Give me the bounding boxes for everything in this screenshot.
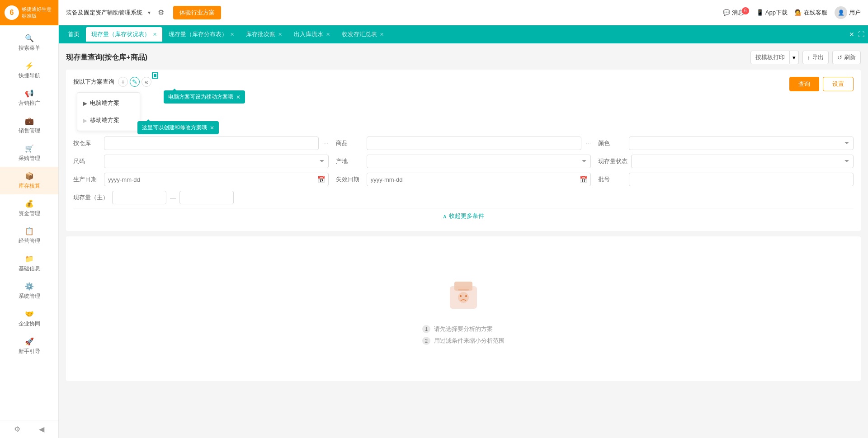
- tab-close-icon[interactable]: ✕: [230, 32, 234, 38]
- sidebar-item-finance[interactable]: 💰 资金管理: [0, 194, 58, 222]
- enterprise-icon: 🤝: [25, 309, 34, 318]
- tab-home[interactable]: 首页: [62, 27, 85, 42]
- user-action[interactable]: 👤 用户: [835, 6, 861, 19]
- edit-scheme-btn[interactable]: ✎: [130, 77, 140, 87]
- page-title: 现存量查询(按仓库+商品): [66, 53, 147, 62]
- sidebar-item-guide[interactable]: 🚀 新手引导: [0, 332, 58, 360]
- scheme-item-mobile[interactable]: ▶ 移动端方案: [77, 113, 140, 128]
- form-grid: 按仓库 ··· 商品 ··· 颜色 尺码: [73, 137, 854, 186]
- empty-tip-2: 2 用过滤条件来缩小分析范围: [422, 337, 505, 345]
- tab-stock-batch[interactable]: 库存批次账✕: [241, 27, 288, 42]
- tab-stock-status[interactable]: 现存量（库存状况表）✕: [86, 27, 162, 42]
- svg-point-2: [458, 292, 469, 303]
- sidebar-item-sales[interactable]: 💼 销售管理: [0, 112, 58, 139]
- refresh-button[interactable]: ↺ 刷新: [832, 51, 861, 64]
- tabs-bar: 首页现存量（库存状况表）✕现存量（库存分布表）✕库存批次账✕出入库流水✕收发存汇…: [59, 25, 868, 43]
- sidebar-item-label: 快捷导航: [19, 72, 40, 80]
- sidebar-item-purchase[interactable]: 🛒 采购管理: [0, 139, 58, 167]
- tooltip-desktop-close[interactable]: ✕: [236, 94, 241, 100]
- goods-input[interactable]: [367, 137, 581, 150]
- export-button[interactable]: ↑ 导出: [802, 51, 829, 64]
- print-btn-group: 按模板打印 ▾: [750, 51, 799, 64]
- sidebar-item-label: 系统管理: [19, 292, 40, 300]
- warehouse-input[interactable]: [104, 137, 319, 150]
- collapse-bar[interactable]: ∧ 收起更多条件: [73, 208, 854, 224]
- query-btn-group: 查询 设置: [789, 77, 854, 91]
- sidebar-item-search[interactable]: 🔍 搜索菜单: [0, 29, 58, 57]
- guide-icon: 🚀: [25, 337, 34, 346]
- message-icon: 💬: [723, 9, 730, 16]
- tab-in-out-flow[interactable]: 出入库流水✕: [288, 27, 335, 42]
- stock-status-select[interactable]: [631, 155, 854, 168]
- svg-point-3: [460, 295, 462, 297]
- expire-date-icon[interactable]: 📅: [580, 176, 587, 183]
- form-row-expire-date: 失效日期 📅: [336, 173, 591, 186]
- system-dropdown-icon[interactable]: ▾: [148, 9, 151, 16]
- search-button[interactable]: 查询: [789, 77, 819, 91]
- prod-date-icon[interactable]: 📅: [317, 176, 325, 183]
- form-row-size: 尺码: [73, 155, 329, 168]
- empty-tips: 1 请先选择要分析的方案 2 用过滤条件来缩小分析范围: [422, 325, 505, 345]
- phone-icon: 📱: [756, 9, 764, 16]
- connector-dot: [153, 73, 157, 78]
- tab-label: 收发存汇总表: [342, 30, 377, 38]
- stock-min-input[interactable]: [112, 191, 166, 204]
- purchase-icon: 🛒: [25, 144, 34, 153]
- expire-date-label: 失效日期: [336, 175, 363, 184]
- form-row-warehouse: 按仓库 ···: [73, 137, 329, 150]
- form-row-prod-date: 生产日期 📅: [73, 173, 329, 186]
- tooltip-edit-close[interactable]: ✕: [210, 125, 214, 131]
- reset-button[interactable]: 设置: [823, 77, 854, 91]
- tab-close-icon[interactable]: ✕: [153, 32, 157, 38]
- header-settings-icon[interactable]: ⚙: [158, 8, 164, 17]
- sidebar-item-enterprise[interactable]: 🤝 企业协同: [0, 305, 58, 332]
- collapse-up-icon: ∧: [443, 213, 447, 220]
- prev-scheme-btn[interactable]: «: [142, 77, 151, 87]
- batch-input[interactable]: [629, 173, 854, 186]
- stock-max-input[interactable]: [179, 191, 234, 204]
- tab-label: 现存量（库存分布表）: [169, 30, 227, 38]
- scheme-item-desktop[interactable]: ▶ 电脑端方案: [77, 95, 140, 111]
- print-dropdown-icon[interactable]: ▾: [790, 51, 799, 64]
- prod-date-input[interactable]: [104, 173, 329, 186]
- sidebar-item-label: 采购管理: [19, 155, 40, 162]
- expand-icon[interactable]: ⛶: [858, 31, 864, 38]
- sidebar-item-operation[interactable]: 📋 经营管理: [0, 222, 58, 250]
- close-all-tabs-icon[interactable]: ✕: [849, 31, 854, 38]
- add-scheme-btn[interactable]: +: [118, 77, 128, 87]
- app-download-action[interactable]: 📱 App下载: [756, 9, 788, 17]
- sidebar-item-system[interactable]: ⚙️ 系统管理: [0, 277, 58, 305]
- sidebar-item-marketing[interactable]: 📢 营销推广: [0, 84, 58, 112]
- form-row-color: 颜色: [598, 137, 854, 150]
- warehouse-dots[interactable]: ···: [323, 140, 329, 147]
- app-logo[interactable]: 6 畅捷通好生意 标准版: [0, 0, 58, 25]
- tooltip-desktop: 电脑方案可设为移动方案哦 ✕: [164, 90, 245, 104]
- origin-select[interactable]: [367, 155, 591, 168]
- tab-collect-send[interactable]: 收发存汇总表✕: [336, 27, 389, 42]
- collapse-sidebar-icon[interactable]: ◀: [39, 425, 44, 433]
- page-content: 现存量查询(按仓库+商品) 按模板打印 ▾ ↑ 导出 ↺ 刷新 按以: [59, 43, 868, 438]
- query-header: 按以下方案查询 + ✎ « 电脑方案可设为移动方案哦 ✕: [73, 77, 854, 87]
- tab-close-icon[interactable]: ✕: [326, 32, 330, 38]
- color-select[interactable]: [629, 137, 854, 150]
- size-select[interactable]: [104, 155, 329, 168]
- expire-date-input[interactable]: [367, 173, 591, 186]
- tab-stock-dist[interactable]: 现存量（库存分布表）✕: [163, 27, 240, 42]
- trial-button[interactable]: 体验行业方案: [173, 6, 221, 19]
- sidebar-item-basic[interactable]: 📁 基础信息: [0, 250, 58, 277]
- goods-dots[interactable]: ···: [586, 140, 591, 147]
- settings-icon[interactable]: ⚙: [14, 425, 20, 433]
- tab-close-icon[interactable]: ✕: [278, 32, 282, 38]
- form-row-goods: 商品 ···: [336, 137, 591, 150]
- origin-label: 产地: [336, 157, 363, 165]
- svg-rect-5: [458, 289, 469, 291]
- sidebar-item-label: 销售管理: [19, 127, 40, 135]
- sidebar-item-nav[interactable]: ⚡ 快捷导航: [0, 57, 58, 84]
- sidebar: 6 畅捷通好生意 标准版 🔍 搜索菜单 ⚡ 快捷导航 📢 营销推广 💼 销售管理…: [0, 0, 59, 438]
- messages-action[interactable]: 💬 消息 6: [723, 9, 749, 17]
- online-support-action[interactable]: 💁 在线客服: [795, 9, 827, 17]
- sidebar-item-inventory[interactable]: 📦 库存核算: [0, 167, 58, 194]
- tab-close-icon[interactable]: ✕: [380, 32, 384, 38]
- print-button[interactable]: 按模板打印: [750, 51, 790, 64]
- query-label: 按以下方案查询: [73, 78, 114, 86]
